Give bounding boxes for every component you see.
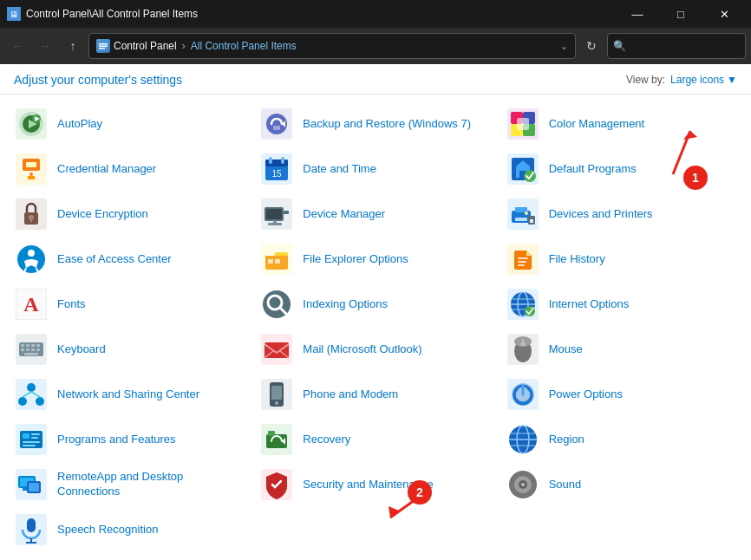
refresh-button[interactable]: ↻ bbox=[579, 34, 604, 58]
svg-marker-5 bbox=[683, 131, 697, 140]
list-item[interactable]: Device Manager bbox=[252, 192, 498, 237]
list-item[interactable]: File Explorer Options bbox=[252, 237, 498, 282]
svg-rect-45 bbox=[284, 211, 289, 214]
svg-rect-30 bbox=[265, 160, 288, 166]
device-mgr-label: Device Manager bbox=[303, 207, 385, 222]
device-enc-icon bbox=[14, 197, 49, 231]
list-item[interactable]: RemoteApp and Desktop Connections bbox=[7, 462, 252, 507]
list-item[interactable]: Mail (Microsoft Outlook) bbox=[252, 327, 498, 372]
list-item[interactable]: Power Options bbox=[499, 372, 744, 417]
svg-rect-96 bbox=[520, 342, 526, 346]
fonts-icon: A bbox=[14, 287, 49, 322]
annotation-badge-1: 1 bbox=[683, 166, 708, 190]
list-item[interactable]: Indexing Options bbox=[252, 282, 498, 327]
file-explorer-icon bbox=[259, 242, 294, 277]
address-dropdown[interactable]: ⌄ bbox=[560, 41, 568, 52]
svg-rect-65 bbox=[518, 261, 526, 263]
power-icon bbox=[506, 377, 540, 412]
app-icon: 🖥 bbox=[7, 7, 21, 21]
list-item[interactable]: Programs and Features bbox=[7, 417, 252, 462]
list-item[interactable]: Speech Recognition bbox=[7, 507, 252, 549]
keyboard-icon bbox=[14, 332, 49, 367]
list-item[interactable]: Devices and Printers bbox=[499, 192, 744, 237]
region-icon bbox=[506, 422, 540, 457]
address-bar: ← → ↑ Control Panel › All Control Panel … bbox=[0, 28, 751, 64]
svg-rect-86 bbox=[26, 348, 29, 351]
list-item[interactable]: Backup and Restore (Windows 7) bbox=[252, 101, 498, 147]
svg-rect-87 bbox=[31, 348, 35, 351]
main-content: Adjust your computer's settings View by:… bbox=[0, 64, 751, 560]
svg-point-99 bbox=[18, 397, 27, 406]
up-button[interactable]: ↑ bbox=[61, 34, 85, 58]
security-icon bbox=[259, 467, 294, 502]
list-item[interactable]: A Fonts bbox=[7, 282, 252, 327]
close-button[interactable]: ✕ bbox=[704, 0, 744, 28]
svg-rect-32 bbox=[281, 157, 284, 164]
date-time-icon: 15 bbox=[259, 152, 294, 186]
path-segment-2: All Control Panel Items bbox=[191, 40, 297, 52]
svg-rect-51 bbox=[515, 218, 527, 221]
svg-rect-81 bbox=[21, 344, 24, 347]
search-box[interactable]: 🔍 bbox=[607, 33, 746, 59]
devices-printers-label: Devices and Printers bbox=[549, 207, 653, 222]
svg-rect-61 bbox=[275, 259, 280, 264]
network-label: Network and Sharing Center bbox=[57, 387, 199, 402]
list-item[interactable]: Mouse bbox=[499, 327, 744, 372]
sound-label: Sound bbox=[549, 478, 582, 492]
devices-printers-icon bbox=[506, 197, 540, 231]
svg-rect-132 bbox=[29, 483, 39, 492]
file-explorer-label: File Explorer Options bbox=[303, 252, 408, 267]
backup-label: Backup and Restore (Windows 7) bbox=[303, 117, 471, 132]
recovery-icon bbox=[259, 422, 294, 457]
list-item[interactable]: File History bbox=[499, 237, 744, 282]
sound-icon bbox=[506, 467, 540, 502]
svg-rect-117 bbox=[23, 445, 36, 446]
minimize-button[interactable]: — bbox=[617, 0, 657, 28]
internet-label: Internet Options bbox=[549, 297, 630, 312]
list-item[interactable]: Device Encryption bbox=[7, 192, 252, 237]
forward-button[interactable]: → bbox=[33, 34, 57, 58]
address-box[interactable]: Control Panel › All Control Panel Items … bbox=[88, 33, 576, 59]
list-item[interactable]: Sound bbox=[499, 462, 744, 507]
list-item[interactable]: Ease of Access Center bbox=[7, 237, 252, 282]
default-prog-icon bbox=[506, 152, 540, 186]
view-by-value[interactable]: Large icons ▼ bbox=[670, 74, 737, 86]
svg-rect-113 bbox=[23, 433, 29, 439]
list-item[interactable]: Color Management bbox=[499, 101, 744, 147]
svg-rect-116 bbox=[23, 441, 40, 443]
svg-rect-85 bbox=[21, 348, 24, 351]
list-item[interactable]: Phone and Modem bbox=[252, 372, 498, 417]
maximize-button[interactable]: □ bbox=[661, 0, 701, 28]
svg-rect-83 bbox=[31, 344, 35, 347]
svg-rect-82 bbox=[26, 344, 29, 347]
window-title: Control Panel\All Control Panel Items bbox=[26, 8, 617, 20]
list-item[interactable]: Recovery bbox=[252, 417, 498, 462]
list-item[interactable]: Keyboard bbox=[7, 327, 252, 372]
list-item[interactable]: Region bbox=[499, 417, 744, 462]
list-item[interactable]: 15 Date and Time bbox=[252, 147, 498, 192]
list-item[interactable]: Credential Manager bbox=[7, 147, 252, 192]
list-item[interactable]: Internet Options bbox=[499, 282, 744, 327]
address-icon bbox=[96, 39, 110, 53]
svg-rect-64 bbox=[518, 257, 528, 259]
svg-point-100 bbox=[36, 397, 44, 406]
svg-point-137 bbox=[521, 483, 525, 486]
svg-point-98 bbox=[27, 383, 36, 392]
title-bar: 🖥 Control Panel\All Control Panel Items … bbox=[0, 0, 751, 28]
svg-rect-41 bbox=[30, 218, 32, 222]
annotation-1: 1 bbox=[630, 118, 699, 182]
page-title: Adjust your computer's settings bbox=[14, 73, 182, 87]
svg-rect-84 bbox=[36, 344, 40, 347]
svg-rect-50 bbox=[515, 207, 527, 212]
date-time-label: Date and Time bbox=[303, 162, 376, 177]
backup-icon bbox=[259, 107, 294, 141]
list-item[interactable]: AutoPlay bbox=[7, 101, 252, 147]
list-item[interactable]: Network and Sharing Center bbox=[7, 372, 252, 417]
list-item[interactable]: Default Programs bbox=[499, 147, 744, 192]
svg-rect-17 bbox=[273, 126, 280, 130]
svg-rect-44 bbox=[266, 209, 282, 219]
back-button[interactable]: ← bbox=[5, 34, 29, 58]
content-header: Adjust your computer's settings View by:… bbox=[0, 64, 751, 94]
fonts-label: Fonts bbox=[57, 297, 86, 312]
svg-point-106 bbox=[275, 401, 278, 405]
